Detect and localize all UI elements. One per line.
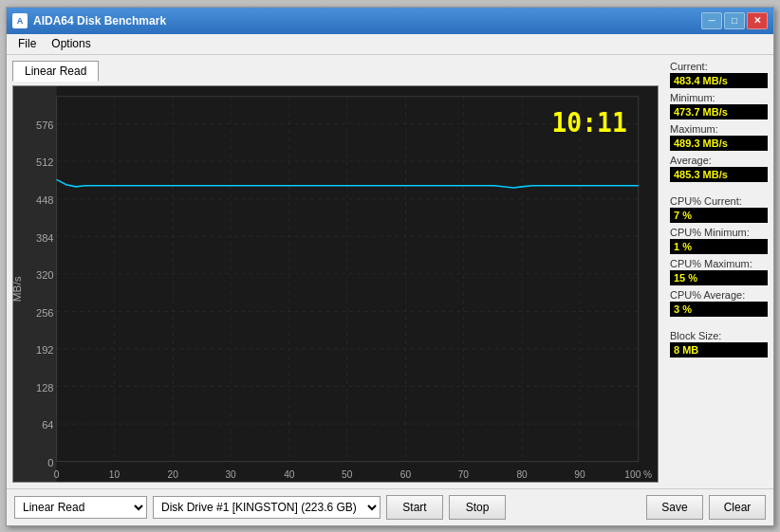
svg-text:320: 320 <box>36 268 54 280</box>
svg-text:20: 20 <box>168 468 178 479</box>
save-button[interactable]: Save <box>646 495 703 520</box>
svg-text:50: 50 <box>342 468 352 479</box>
stat-maximum-label: Maximum: <box>670 123 768 135</box>
stat-average-label: Average: <box>670 155 768 166</box>
svg-text:40: 40 <box>284 468 294 479</box>
stat-maximum: Maximum: 489.3 MB/s <box>670 123 768 151</box>
svg-rect-0 <box>13 86 658 482</box>
stat-current-label: Current: <box>670 61 768 72</box>
menu-file[interactable]: File <box>10 35 44 52</box>
stat-block-size-value: 8 MB <box>670 342 768 358</box>
svg-text:448: 448 <box>36 193 54 205</box>
svg-text:256: 256 <box>36 306 54 318</box>
start-button[interactable]: Start <box>386 495 443 520</box>
stat-minimum: Minimum: 473.7 MB/s <box>670 92 768 119</box>
svg-text:30: 30 <box>225 468 235 479</box>
stat-block-size-label: Block Size: <box>670 330 768 341</box>
stat-current: Current: 483.4 MB/s <box>670 61 768 88</box>
window-title: AIDA64 Disk Benchmark <box>33 14 166 28</box>
svg-text:576: 576 <box>36 119 54 130</box>
stat-cpu-average: CPU% Average: 3 % <box>670 289 768 317</box>
menu-options[interactable]: Options <box>44 35 98 52</box>
stat-cpu-minimum-value: 1 % <box>670 239 768 254</box>
close-button[interactable]: ✕ <box>747 12 768 29</box>
svg-text:512: 512 <box>36 156 54 168</box>
stat-block-size: Block Size: 8 MB <box>670 330 768 358</box>
dropdown-linear[interactable]: Linear Read Linear Write Random Read Ran… <box>14 496 147 519</box>
right-panel: Current: 483.4 MB/s Minimum: 473.7 MB/s … <box>664 55 773 488</box>
svg-text:90: 90 <box>574 468 585 479</box>
chart-panel: Linear Read <box>7 55 664 488</box>
svg-text:70: 70 <box>458 468 469 479</box>
svg-text:64: 64 <box>42 419 54 431</box>
stat-minimum-value: 473.7 MB/s <box>670 104 768 119</box>
svg-text:100 %: 100 % <box>624 468 652 479</box>
stat-cpu-current-value: 7 % <box>670 208 768 223</box>
tab-bar: Linear Read <box>12 61 659 82</box>
stop-button[interactable]: Stop <box>449 495 506 520</box>
chart-svg: 0 64 128 192 256 320 384 448 512 576 MB/… <box>13 86 658 482</box>
stat-cpu-maximum-value: 15 % <box>670 270 768 285</box>
stat-cpu-minimum: CPU% Minimum: 1 % <box>670 227 768 254</box>
stat-cpu-current: CPU% Current: 7 % <box>670 195 768 223</box>
title-controls: ─ □ ✕ <box>701 12 768 29</box>
stat-cpu-maximum-label: CPU% Maximum: <box>670 258 768 269</box>
title-bar: A AIDA64 Disk Benchmark ─ □ ✕ <box>7 8 773 34</box>
stat-cpu-maximum: CPU% Maximum: 15 % <box>670 258 768 285</box>
svg-text:192: 192 <box>36 344 54 356</box>
clear-button[interactable]: Clear <box>709 495 766 520</box>
main-window: A AIDA64 Disk Benchmark ─ □ ✕ File Optio… <box>6 7 774 526</box>
stat-maximum-value: 489.3 MB/s <box>670 136 768 151</box>
bottom-bar: Linear Read Linear Write Random Read Ran… <box>7 488 773 525</box>
svg-text:0: 0 <box>54 468 60 479</box>
stat-cpu-current-label: CPU% Current: <box>670 195 768 207</box>
stat-average-value: 485.3 MB/s <box>670 167 768 182</box>
tab-linear-read[interactable]: Linear Read <box>12 61 99 82</box>
svg-text:80: 80 <box>516 468 527 479</box>
svg-text:384: 384 <box>36 231 54 243</box>
main-area: Linear Read <box>7 55 773 488</box>
stat-current-value: 483.4 MB/s <box>670 73 768 88</box>
stat-average: Average: 485.3 MB/s <box>670 155 768 182</box>
svg-text:0: 0 <box>47 456 53 468</box>
svg-text:128: 128 <box>36 381 54 393</box>
svg-text:60: 60 <box>400 468 411 479</box>
svg-text:MB/s: MB/s <box>13 276 23 302</box>
title-bar-left: A AIDA64 Disk Benchmark <box>12 13 166 28</box>
stat-cpu-minimum-label: CPU% Minimum: <box>670 227 768 238</box>
chart-container: 0 64 128 192 256 320 384 448 512 576 MB/… <box>12 85 659 483</box>
stat-cpu-average-label: CPU% Average: <box>670 289 768 301</box>
stat-cpu-average-value: 3 % <box>670 302 768 317</box>
stat-minimum-label: Minimum: <box>670 92 768 103</box>
maximize-button[interactable]: □ <box>724 12 745 29</box>
svg-text:10:11: 10:11 <box>552 107 627 138</box>
dropdown-disk[interactable]: Disk Drive #1 [KINGSTON] (223.6 GB) <box>153 496 381 519</box>
minimize-button[interactable]: ─ <box>701 12 722 29</box>
app-icon: A <box>12 13 28 28</box>
svg-text:10: 10 <box>109 468 120 479</box>
menu-bar: File Options <box>7 34 773 55</box>
